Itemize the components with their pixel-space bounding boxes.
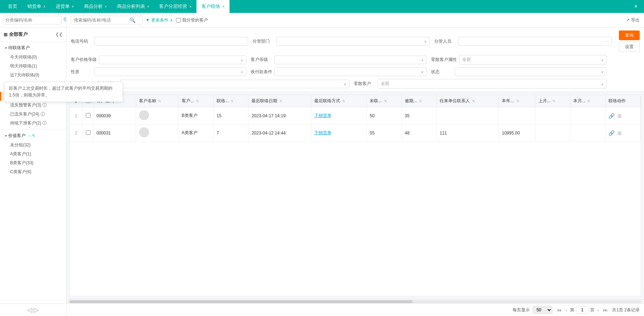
cell-actions: 🔗 ⊞ bbox=[605, 124, 641, 142]
contact-link-icon[interactable]: 🔗 bbox=[608, 113, 615, 119]
tab-purchase-order[interactable]: 进货单 × bbox=[51, 0, 79, 13]
horizontal-scrollbar[interactable] bbox=[66, 299, 644, 303]
cell-contact-person: 111 bbox=[437, 124, 499, 142]
sidebar-search-input[interactable] bbox=[3, 16, 62, 24]
th-class[interactable]: 客户... ⇅ bbox=[179, 95, 213, 107]
sidebar-section-value-customers[interactable]: ▾ 价值客户 ○ ✎ bbox=[0, 131, 66, 141]
sidebar-item-tomorrow-contact[interactable]: 明天待联络(1) bbox=[0, 62, 66, 71]
sidebar-item-lost-customers[interactable]: 已流失客户(24) ⓘ bbox=[0, 110, 66, 119]
next-page-button[interactable]: › bbox=[596, 307, 600, 313]
sidebar-item-ungrouped[interactable]: 未分组(32) bbox=[0, 141, 66, 150]
my-customer-checkbox[interactable] bbox=[176, 18, 181, 23]
filter-nature-select[interactable] bbox=[94, 67, 246, 76]
cell-unchecked: 55 bbox=[367, 124, 402, 142]
cell-contact-person bbox=[437, 107, 499, 124]
action-icons-wrap: 🔗 ⊞ bbox=[608, 113, 638, 119]
filter-dept-label: 分管部门 bbox=[252, 38, 274, 44]
chevron-down-icon bbox=[241, 57, 243, 62]
th-overdue[interactable]: 逾期... ⇅ bbox=[402, 95, 436, 107]
last-page-button[interactable]: ⏭ bbox=[602, 307, 609, 313]
contact-grid-icon[interactable]: ⊞ bbox=[617, 113, 622, 119]
filter-dept-select[interactable] bbox=[276, 37, 430, 46]
sidebar-item-all-customers[interactable]: ⊞ 全部客户 ❮❮ bbox=[0, 29, 66, 40]
cell-last-contact-method[interactable]: 下销货单 bbox=[311, 124, 367, 142]
scroll-right-icon[interactable]: ▷ bbox=[34, 306, 39, 314]
edit-icon[interactable]: ○ ✎ bbox=[28, 133, 35, 138]
page-number-input[interactable] bbox=[576, 306, 589, 313]
close-icon[interactable]: × bbox=[147, 5, 149, 9]
scrollbar-thumb[interactable] bbox=[69, 300, 412, 303]
search-input[interactable] bbox=[74, 18, 128, 23]
cell-name bbox=[136, 124, 179, 142]
filter-scatter-customer-label: 零散客户 bbox=[354, 81, 375, 87]
sidebar-search-area: 🔍 bbox=[0, 13, 66, 28]
close-icon[interactable]: × bbox=[72, 5, 74, 9]
filter-scatter-attr-select[interactable]: 全部 bbox=[459, 55, 607, 65]
contact-method-link[interactable]: 下销货单 bbox=[314, 113, 332, 118]
filter-person-select[interactable]: ··· bbox=[458, 37, 612, 46]
more-conditions-button[interactable]: ▼ 更多条件 ∧ bbox=[145, 17, 173, 23]
sidebar-item-class-b[interactable]: B类客户(33) bbox=[0, 159, 66, 168]
th-name[interactable]: 客户名称 ⇅ bbox=[136, 95, 179, 107]
table-row: 1 000039 B类客户 15 2023-04-17 14:19: 下销货单 … bbox=[70, 107, 641, 124]
per-page-select[interactable]: 50 100 200 bbox=[533, 306, 552, 314]
filter-phone-input[interactable] bbox=[94, 37, 248, 46]
filter-payment-select[interactable] bbox=[274, 67, 426, 76]
th-unchecked[interactable]: 未联... ⇅ bbox=[367, 95, 402, 107]
filter-customer-level-select[interactable] bbox=[274, 56, 426, 64]
tooltip-box: 距客户上次交易时长，超过了此客户的平均交易周期的1.5倍，则视为异常。 bbox=[66, 82, 123, 102]
sidebar-item-declining-customers[interactable]: 持续下滑客户(2) ⓘ bbox=[0, 119, 66, 128]
tab-home[interactable]: 首页 bbox=[3, 0, 22, 13]
filter-customer-type-select[interactable] bbox=[120, 80, 349, 88]
close-icon[interactable]: × bbox=[43, 5, 46, 9]
sidebar-item-week-contact[interactable]: 近7天待联络(0) bbox=[0, 71, 66, 80]
export-button[interactable]: ↗ 导出 bbox=[626, 17, 640, 23]
close-icon[interactable]: × bbox=[105, 5, 107, 9]
filter-scatter-customer-select[interactable]: 全部 bbox=[377, 79, 607, 89]
prev-page-button[interactable]: ‹ bbox=[564, 307, 569, 313]
sidebar-item-today-contact[interactable]: 今天待联络(0) bbox=[0, 53, 66, 62]
sidebar-section-pending-contact[interactable]: ▾ 待联络客户 bbox=[0, 43, 66, 53]
chevron-down-icon: ∧ bbox=[170, 18, 173, 23]
th-this-year[interactable]: 本年... ⇅ bbox=[499, 95, 536, 107]
tooltip-text: 距客户上次交易时长，超过了此客户的平均交易周期的1.5倍，则视为异常。 bbox=[66, 86, 112, 98]
search-icon[interactable]: 🔍 bbox=[63, 17, 66, 23]
first-page-button[interactable]: ⏮ bbox=[555, 307, 563, 313]
filter-person-label: 分管人员 bbox=[434, 38, 456, 44]
th-contact-count[interactable]: 联络... ⇅ bbox=[214, 95, 249, 107]
tab-product-analysis[interactable]: 商品分析 × bbox=[79, 0, 112, 13]
search-icon[interactable]: 🔍 bbox=[129, 17, 135, 23]
filter-actions: 查询 设置 bbox=[619, 30, 640, 52]
window-close-button[interactable]: × bbox=[631, 3, 641, 10]
sidebar-item-loss-warning[interactable]: 流失预警客户(3) ⓘ bbox=[0, 101, 66, 110]
row-checkbox[interactable] bbox=[86, 130, 91, 135]
query-button[interactable]: 查询 bbox=[619, 30, 640, 40]
cell-this-month bbox=[570, 124, 605, 142]
filter-price-level: 客户价格等级 bbox=[71, 56, 246, 64]
filter-person: 分管人员 ··· bbox=[434, 37, 612, 46]
th-contact-person[interactable]: 往来单位联系人 ⇅ bbox=[437, 95, 499, 107]
contact-link-icon[interactable]: 🔗 bbox=[608, 130, 615, 136]
sidebar-item-class-a[interactable]: A类客户(1) bbox=[0, 150, 66, 159]
th-last-month[interactable]: 上月... ⇅ bbox=[535, 95, 570, 107]
contact-grid-icon[interactable]: ⊞ bbox=[617, 130, 622, 136]
tab-customer-segmentation[interactable]: 客户分层经营 × bbox=[154, 0, 196, 13]
row-checkbox[interactable] bbox=[86, 113, 91, 118]
tab-customer-contact[interactable]: 客户联络 × bbox=[196, 0, 230, 13]
tab-product-analysis-list[interactable]: 商品分析列表 × bbox=[112, 0, 154, 13]
settings-button[interactable]: 设置 bbox=[619, 42, 640, 52]
filter-payment: 收付款条件 bbox=[251, 67, 426, 76]
filter-status-select[interactable] bbox=[455, 67, 607, 76]
scroll-left-icon[interactable]: ◁ bbox=[27, 306, 32, 314]
tab-sales-order[interactable]: 销货单 × bbox=[22, 0, 51, 13]
close-icon[interactable]: × bbox=[222, 5, 224, 9]
cell-last-contact-method[interactable]: 下销货单 bbox=[311, 107, 367, 124]
filter-price-level-select[interactable] bbox=[99, 56, 246, 64]
th-this-month[interactable]: 本月... ⇅ bbox=[570, 95, 605, 107]
page-label: 第 bbox=[570, 307, 574, 313]
sidebar-item-class-c[interactable]: C类客户(6) bbox=[0, 168, 66, 176]
th-last-contact-date[interactable]: 最后联络日期 ⇅ bbox=[249, 95, 311, 107]
th-last-contact-method[interactable]: 最后联络方式 ⇅ bbox=[311, 95, 367, 107]
contact-method-link[interactable]: 下销货单 bbox=[314, 130, 332, 135]
close-icon[interactable]: × bbox=[189, 5, 191, 9]
